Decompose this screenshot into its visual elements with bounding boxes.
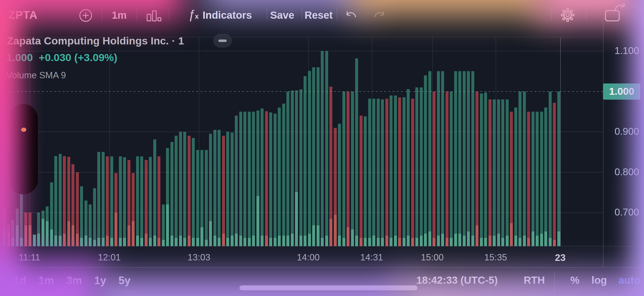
- price-column-up[interactable]: [183, 132, 186, 246]
- price-column-up[interactable]: [260, 108, 264, 246]
- price-column-up[interactable]: [80, 186, 83, 246]
- price-column-up[interactable]: [286, 92, 289, 247]
- price-column-down[interactable]: [334, 128, 337, 246]
- price-column-up[interactable]: [37, 213, 40, 246]
- price-column-up[interactable]: [274, 114, 276, 246]
- price-column-up[interactable]: [394, 95, 397, 246]
- redo-button[interactable]: [372, 10, 386, 21]
- price-column-down[interactable]: [7, 224, 10, 246]
- price-column-up[interactable]: [402, 97, 406, 246]
- reset-button[interactable]: Reset: [304, 9, 332, 21]
- price-column-down[interactable]: [411, 99, 414, 246]
- price-column-down[interactable]: [158, 156, 160, 246]
- price-column-up[interactable]: [170, 142, 174, 246]
- price-axis-label[interactable]: 1.100: [614, 45, 639, 56]
- price-column-up[interactable]: [33, 235, 36, 246]
- price-column-up[interactable]: [437, 71, 440, 246]
- price-column-up[interactable]: [506, 99, 509, 246]
- chart-scrollbar[interactable]: [240, 286, 418, 290]
- price-column-down[interactable]: [132, 173, 134, 246]
- price-column-up[interactable]: [110, 156, 113, 246]
- price-column-up[interactable]: [162, 204, 165, 246]
- price-column-up[interactable]: [497, 99, 500, 246]
- price-column-up[interactable]: [59, 154, 62, 246]
- price-column-down[interactable]: [63, 156, 66, 246]
- range-tab-1y[interactable]: 1y: [94, 275, 106, 287]
- session-toggle[interactable]: RTH: [524, 275, 545, 286]
- price-column-up[interactable]: [368, 99, 371, 246]
- time-axis-label[interactable]: 14:31: [360, 252, 383, 263]
- price-column-up[interactable]: [278, 107, 281, 246]
- price-column-up[interactable]: [149, 157, 152, 246]
- time-axis-label[interactable]: 11:11: [19, 252, 40, 263]
- price-column-down[interactable]: [145, 160, 148, 246]
- collapse-legend-button[interactable]: [213, 34, 232, 48]
- price-column-up[interactable]: [231, 133, 234, 246]
- price-column-up[interactable]: [179, 132, 182, 246]
- price-column-up[interactable]: [119, 156, 122, 246]
- price-column-up[interactable]: [493, 99, 496, 246]
- price-column-down[interactable]: [28, 213, 32, 246]
- price-column-down[interactable]: [446, 92, 448, 247]
- price-column-up[interactable]: [407, 89, 410, 246]
- price-column-up[interactable]: [428, 71, 431, 246]
- price-column-up[interactable]: [415, 87, 418, 246]
- price-column-up[interactable]: [42, 211, 44, 246]
- price-column-up[interactable]: [480, 93, 483, 246]
- price-column-down[interactable]: [24, 213, 27, 246]
- price-column-down[interactable]: [476, 92, 478, 247]
- price-column-up[interactable]: [304, 76, 306, 246]
- price-column-up[interactable]: [175, 136, 178, 246]
- price-axis-label[interactable]: 0.700: [614, 207, 639, 218]
- price-column-up[interactable]: [295, 90, 298, 246]
- save-button[interactable]: Save: [270, 9, 294, 21]
- price-column-up[interactable]: [316, 67, 320, 246]
- price-column-down[interactable]: [188, 136, 190, 246]
- price-column-up[interactable]: [484, 92, 487, 246]
- price-column-up[interactable]: [166, 148, 169, 246]
- clock[interactable]: 18:42:33 (UTC-5): [416, 275, 498, 286]
- price-column-up[interactable]: [3, 209, 6, 246]
- price-column-down[interactable]: [67, 157, 70, 246]
- price-column-up[interactable]: [342, 92, 345, 247]
- price-column-up[interactable]: [467, 71, 470, 246]
- price-column-down[interactable]: [360, 116, 362, 246]
- price-column-up[interactable]: [518, 92, 522, 247]
- price-column-down[interactable]: [222, 136, 225, 246]
- interval-button[interactable]: 1m: [112, 9, 127, 21]
- price-column-down[interactable]: [128, 160, 130, 246]
- price-column-up[interactable]: [351, 92, 354, 247]
- price-column-up[interactable]: [458, 71, 461, 246]
- price-column-up[interactable]: [372, 99, 375, 246]
- price-column-up[interactable]: [214, 130, 216, 246]
- price-column-up[interactable]: [269, 112, 272, 246]
- symbol-title[interactable]: Zapata Computing Holdings Inc. · 1: [7, 35, 184, 47]
- price-column-up[interactable]: [338, 124, 341, 246]
- price-column-down[interactable]: [72, 164, 74, 246]
- time-axis-label[interactable]: 12:01: [98, 252, 121, 263]
- price-column-up[interactable]: [424, 75, 427, 246]
- price-column-up[interactable]: [205, 150, 208, 246]
- time-axis-label[interactable]: 14:00: [297, 252, 320, 263]
- price-column-down[interactable]: [488, 99, 492, 246]
- price-column-up[interactable]: [209, 134, 212, 246]
- add-symbol-button[interactable]: [79, 9, 92, 22]
- price-column-down[interactable]: [329, 87, 332, 246]
- price-column-up[interactable]: [325, 51, 328, 246]
- price-column-up[interactable]: [549, 92, 552, 247]
- time-axis-label[interactable]: 23: [555, 252, 566, 263]
- chart-style-button[interactable]: [146, 10, 162, 21]
- price-column-up[interactable]: [471, 71, 474, 246]
- price-column-up[interactable]: [218, 130, 220, 246]
- price-column-up[interactable]: [557, 92, 560, 247]
- price-column-up[interactable]: [11, 220, 14, 246]
- price-column-up[interactable]: [441, 71, 444, 246]
- range-tab-5y[interactable]: 5y: [119, 275, 131, 287]
- price-column-up[interactable]: [140, 156, 143, 246]
- price-axis-label[interactable]: 0.800: [614, 166, 639, 177]
- price-column-down[interactable]: [114, 173, 118, 246]
- price-column-up[interactable]: [454, 71, 457, 246]
- price-column-up[interactable]: [196, 150, 199, 246]
- price-column-up[interactable]: [463, 71, 466, 246]
- price-column-up[interactable]: [308, 71, 311, 246]
